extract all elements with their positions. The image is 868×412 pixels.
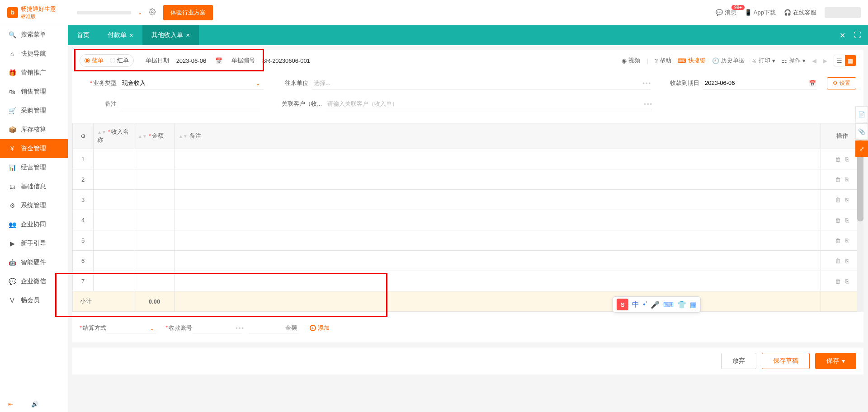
sidebar-item-marketing[interactable]: 🎁营销推广 xyxy=(0,63,68,82)
sidebar-item-hardware[interactable]: 🤖智能硬件 xyxy=(0,253,68,272)
tab-other-income[interactable]: 其他收入单✕ xyxy=(142,25,199,45)
delete-icon[interactable]: 🗑 xyxy=(835,197,841,203)
chevron-down-icon[interactable]: ⌄ xyxy=(150,325,155,332)
ime-mic-icon[interactable]: 🎤 xyxy=(651,300,660,309)
ime-toolbox-icon[interactable]: ▦ xyxy=(690,300,697,309)
video-link[interactable]: ◉ 视频 xyxy=(622,56,640,65)
add-button[interactable]: + 添加 xyxy=(310,324,330,332)
table-row[interactable]: 4🗑⎘ xyxy=(73,210,863,230)
ime-lang[interactable]: 中 xyxy=(632,300,639,309)
table-row[interactable]: 2🗑⎘ xyxy=(73,169,863,190)
close-icon[interactable]: ✕ xyxy=(129,33,133,38)
ime-punct-icon[interactable]: •' xyxy=(643,300,647,309)
delete-icon[interactable]: 🗑 xyxy=(835,258,841,264)
sidebar-item-guide[interactable]: ▶新手引导 xyxy=(0,234,68,253)
shortcut-link[interactable]: ⌨ 快捷键 xyxy=(678,56,706,65)
copy-icon[interactable]: ⎘ xyxy=(845,237,849,244)
print-button[interactable]: 🖨 打印 ▾ xyxy=(751,56,775,65)
tab-home[interactable]: 首页 xyxy=(68,25,99,45)
amount-input[interactable] xyxy=(249,323,299,333)
delete-icon[interactable]: 🗑 xyxy=(835,278,841,285)
rail-expand-button[interactable]: ⤢ xyxy=(855,140,868,157)
sidebar-item-collab[interactable]: 👥企业协同 xyxy=(0,215,68,234)
more-icon[interactable]: ••• xyxy=(236,325,245,332)
copy-icon[interactable]: ⎘ xyxy=(845,197,849,203)
chevron-down-icon[interactable]: ⌄ xyxy=(137,9,142,16)
table-row[interactable]: 6🗑⎘ xyxy=(73,251,863,271)
more-icon[interactable]: ••• xyxy=(644,101,653,108)
company-selector[interactable] xyxy=(77,11,131,14)
sidebar-item-operation[interactable]: 📊经营管理 xyxy=(0,158,68,177)
collapse-icon[interactable]: ⇤ xyxy=(8,401,13,407)
tab-fullscreen-button[interactable]: ⛶ xyxy=(851,28,864,42)
discard-button[interactable]: 放弃 xyxy=(721,353,756,369)
scrollbar[interactable] xyxy=(857,140,863,312)
sidebar-item-quicknav[interactable]: ⌂快捷导航 xyxy=(0,44,68,63)
more-icon[interactable]: ••• xyxy=(642,80,651,87)
delete-icon[interactable]: 🗑 xyxy=(835,156,841,163)
chevron-down-icon[interactable]: ⌄ xyxy=(255,80,260,87)
account-input[interactable] xyxy=(192,323,242,333)
sidebar-item-funds[interactable]: ¥资金管理 xyxy=(0,139,68,158)
delete-icon[interactable]: 🗑 xyxy=(835,217,841,224)
settle-method-input[interactable] xyxy=(106,323,156,333)
table-settings-header[interactable]: ⚙ xyxy=(73,123,94,149)
due-date-input[interactable] xyxy=(703,77,817,89)
next-icon[interactable]: ▶ xyxy=(823,57,827,64)
copy-icon[interactable]: ⎘ xyxy=(845,176,849,183)
table-row[interactable]: 7🗑⎘ xyxy=(73,271,863,291)
radio-red[interactable]: 红单 xyxy=(110,56,129,65)
rail-attach-button[interactable]: 📎 xyxy=(855,123,868,140)
user-avatar[interactable] xyxy=(825,7,861,18)
tab-payment[interactable]: 付款单✕ xyxy=(99,25,142,45)
sidebar-item-wechat[interactable]: 💬企业微信 xyxy=(0,272,68,291)
col-income-name[interactable]: ▲▼*收入名称 xyxy=(94,123,134,149)
sidebar-item-member[interactable]: V畅会员 xyxy=(0,291,68,310)
col-remark[interactable]: ▲▼备注 xyxy=(175,123,821,149)
radio-blue[interactable]: 蓝单 xyxy=(85,56,104,65)
close-icon[interactable]: ✕ xyxy=(186,33,190,38)
save-draft-button[interactable]: 保存草稿 xyxy=(762,353,810,369)
tab-close-button[interactable]: ✕ xyxy=(835,28,849,42)
sound-icon[interactable]: 🔊 xyxy=(31,401,38,407)
history-link[interactable]: 🕘 历史单据 xyxy=(712,56,745,65)
copy-icon[interactable]: ⎘ xyxy=(845,278,849,285)
view-list-button[interactable]: ☰ xyxy=(834,55,845,66)
settings-button[interactable]: ⚙ 设置 xyxy=(827,77,856,89)
sidebar-item-inventory[interactable]: 📦库存核算 xyxy=(0,120,68,139)
customer-service-link[interactable]: 🎧 在线客服 xyxy=(784,9,816,17)
table-row[interactable]: 5🗑⎘ xyxy=(73,230,863,251)
operate-button[interactable]: ⚏ 操作 ▾ xyxy=(782,56,806,65)
sidebar-item-purchase[interactable]: 🛒采购管理 xyxy=(0,101,68,120)
doc-date-value[interactable]: 2023-06-06 xyxy=(176,57,207,64)
rail-note-button[interactable]: 📄 xyxy=(855,106,868,122)
ime-widget[interactable]: S 中 •' 🎤 ⌨ 👕 ▦ xyxy=(613,296,701,313)
biz-type-input[interactable] xyxy=(120,77,264,89)
view-form-button[interactable]: ▦ xyxy=(845,55,856,66)
col-amount[interactable]: ▲▼*金额 xyxy=(134,123,175,149)
related-customer-input[interactable] xyxy=(326,98,652,110)
partner-input[interactable] xyxy=(312,77,651,89)
help-link[interactable]: ? 帮助 xyxy=(655,56,671,65)
ime-keyboard-icon[interactable]: ⌨ xyxy=(663,300,674,309)
table-row[interactable]: 1🗑⎘ xyxy=(73,149,863,169)
table-row[interactable]: 3🗑⎘ xyxy=(73,190,863,210)
delete-icon[interactable]: 🗑 xyxy=(835,176,841,183)
gear-icon[interactable] xyxy=(149,8,156,17)
ime-skin-icon[interactable]: 👕 xyxy=(677,300,686,309)
sidebar-item-baseinfo[interactable]: 🗂基础信息 xyxy=(0,177,68,196)
copy-icon[interactable]: ⎘ xyxy=(845,258,849,264)
remark-input[interactable] xyxy=(120,98,260,110)
copy-icon[interactable]: ⎘ xyxy=(845,156,849,163)
prev-icon[interactable]: ◀ xyxy=(812,57,816,64)
app-download-link[interactable]: 📱 App下载 xyxy=(745,9,776,17)
delete-icon[interactable]: 🗑 xyxy=(835,237,841,244)
sidebar-item-search[interactable]: 🔍搜索菜单 xyxy=(0,25,68,44)
messages-link[interactable]: 💬 消息 99+ xyxy=(716,9,736,17)
calendar-icon[interactable]: 📅 xyxy=(215,57,222,64)
save-button[interactable]: 保存 ▾ xyxy=(815,353,856,369)
sidebar-item-sales[interactable]: 🛍销售管理 xyxy=(0,82,68,101)
experience-button[interactable]: 体验行业方案 xyxy=(163,5,213,20)
copy-icon[interactable]: ⎘ xyxy=(845,217,849,224)
calendar-icon[interactable]: 📅 xyxy=(809,80,816,87)
